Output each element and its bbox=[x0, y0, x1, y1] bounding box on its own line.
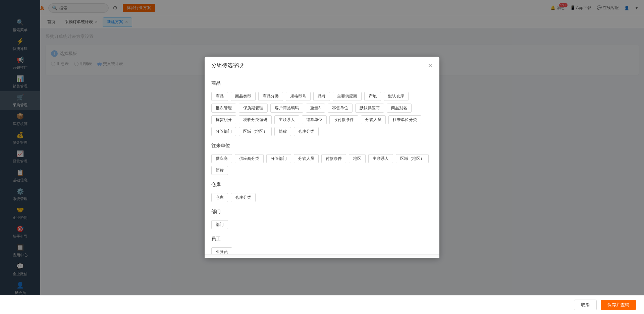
modal-header: 分组待选字段 ✕ bbox=[205, 57, 439, 75]
field-tag-0-23[interactable]: 区域（地区） bbox=[239, 127, 272, 136]
field-tag-0-3[interactable]: 规格型号 bbox=[286, 92, 311, 101]
field-tag-0-20[interactable]: 分管人员 bbox=[361, 115, 386, 124]
field-tag-1-7[interactable]: 区域（地区） bbox=[396, 154, 429, 163]
field-grid-1: 供应商供应商分类分管部门分管人员付款条件地区主联系人区域（地区）简称 bbox=[211, 154, 433, 175]
field-grid-2: 仓库仓库分类 bbox=[211, 193, 433, 202]
field-tag-1-4[interactable]: 付款条件 bbox=[321, 154, 346, 163]
section-title-0: 商品 bbox=[211, 80, 433, 88]
field-tag-0-13[interactable]: 默认供应商 bbox=[355, 104, 384, 113]
field-tag-0-5[interactable]: 主要供应商 bbox=[333, 92, 362, 101]
section-2: 仓库仓库仓库分类 bbox=[211, 182, 433, 202]
field-grid-4: 业务员 bbox=[211, 247, 433, 255]
field-tag-0-12[interactable]: 零售单位 bbox=[328, 104, 353, 113]
field-tag-0-15[interactable]: 拣货积分 bbox=[211, 115, 236, 124]
field-tag-0-22[interactable]: 分管部门 bbox=[211, 127, 236, 136]
modal-title: 分组待选字段 bbox=[211, 62, 244, 69]
section-title-2: 仓库 bbox=[211, 182, 433, 190]
field-tag-0-19[interactable]: 收付款条件 bbox=[329, 115, 358, 124]
section-title-4: 员工 bbox=[211, 236, 433, 244]
field-tag-0-8[interactable]: 批次管理 bbox=[211, 104, 236, 113]
section-title-1: 往来单位 bbox=[211, 143, 433, 151]
section-1: 往来单位供应商供应商分类分管部门分管人员付款条件地区主联系人区域（地区）简称 bbox=[211, 143, 433, 175]
field-tag-0-2[interactable]: 商品分类 bbox=[258, 92, 283, 101]
field-tag-0-16[interactable]: 税收分类编码 bbox=[239, 115, 272, 124]
section-3: 部门部门 bbox=[211, 209, 433, 229]
field-tag-1-6[interactable]: 主联系人 bbox=[368, 154, 393, 163]
field-grid-0: 商品商品类型商品分类规格型号品牌主要供应商产地默认仓库批次管理保质期管理客户商品… bbox=[211, 92, 433, 136]
field-tag-0-14[interactable]: 商品别名 bbox=[387, 104, 412, 113]
modal-overlay: 分组待选字段 ✕ 商品商品商品类型商品分类规格型号品牌主要供应商产地默认仓库批次… bbox=[0, 0, 644, 314]
field-tag-1-1[interactable]: 供应商分类 bbox=[235, 154, 264, 163]
field-tag-1-0[interactable]: 供应商 bbox=[211, 154, 232, 163]
cancel-button[interactable]: 取消 bbox=[574, 300, 597, 310]
field-tag-0-6[interactable]: 产地 bbox=[364, 92, 381, 101]
modal-body[interactable]: 商品商品商品类型商品分类规格型号品牌主要供应商产地默认仓库批次管理保质期管理客户… bbox=[205, 75, 439, 255]
section-4: 员工业务员 bbox=[211, 236, 433, 255]
field-tag-2-1[interactable]: 仓库分类 bbox=[231, 193, 256, 202]
field-tag-1-2[interactable]: 分管部门 bbox=[266, 154, 291, 163]
field-tag-0-1[interactable]: 商品类型 bbox=[231, 92, 256, 101]
save-button[interactable]: 保存并查询 bbox=[601, 300, 636, 310]
field-tag-0-18[interactable]: 结算单位 bbox=[302, 115, 327, 124]
field-grid-3: 部门 bbox=[211, 220, 433, 229]
modal-close-button[interactable]: ✕ bbox=[428, 62, 433, 69]
field-tag-1-3[interactable]: 分管人员 bbox=[294, 154, 319, 163]
field-tag-0-0[interactable]: 商品 bbox=[211, 92, 228, 101]
field-tag-0-9[interactable]: 保质期管理 bbox=[239, 104, 268, 113]
field-tag-0-24[interactable]: 简称 bbox=[274, 127, 291, 136]
field-tag-3-0[interactable]: 部门 bbox=[211, 220, 228, 229]
field-tag-1-5[interactable]: 地区 bbox=[349, 154, 366, 163]
action-bar: 取消 保存并查询 bbox=[0, 295, 644, 314]
field-tag-0-17[interactable]: 主联系人 bbox=[274, 115, 299, 124]
field-tag-0-25[interactable]: 仓库分类 bbox=[294, 127, 319, 136]
section-0: 商品商品商品类型商品分类规格型号品牌主要供应商产地默认仓库批次管理保质期管理客户… bbox=[211, 80, 433, 136]
field-tag-0-10[interactable]: 客户商品编码 bbox=[270, 104, 303, 113]
field-tag-0-21[interactable]: 往来单位分类 bbox=[388, 115, 421, 124]
modal-dialog: 分组待选字段 ✕ 商品商品商品类型商品分类规格型号品牌主要供应商产地默认仓库批次… bbox=[205, 57, 439, 258]
field-tag-0-7[interactable]: 默认仓库 bbox=[384, 92, 409, 101]
field-tag-0-11[interactable]: 重量3 bbox=[306, 104, 325, 113]
section-title-3: 部门 bbox=[211, 209, 433, 217]
field-tag-2-0[interactable]: 仓库 bbox=[211, 193, 228, 202]
field-tag-1-8[interactable]: 简称 bbox=[211, 166, 228, 175]
horizontal-scrollbar[interactable] bbox=[205, 254, 439, 257]
field-tag-0-4[interactable]: 品牌 bbox=[313, 92, 330, 101]
field-tag-4-0[interactable]: 业务员 bbox=[211, 247, 232, 255]
